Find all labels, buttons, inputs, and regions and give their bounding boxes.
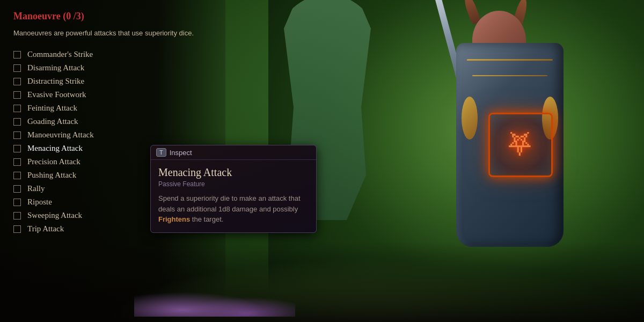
checkbox-sweeping-attack[interactable] bbox=[13, 212, 21, 219]
label-goading-attack: Goading Attack bbox=[27, 117, 78, 126]
armor-detail-1 bbox=[467, 59, 553, 61]
rune-symbol: ⛧ bbox=[507, 129, 534, 160]
checkbox-manoeuvring-attack[interactable] bbox=[13, 131, 21, 139]
label-menacing-attack: Menacing Attack bbox=[27, 144, 83, 153]
label-commanders-strike: Commander's Strike bbox=[27, 50, 93, 59]
list-item[interactable]: Goading Attack bbox=[13, 115, 215, 128]
label-trip-attack: Trip Attack bbox=[27, 224, 64, 233]
label-riposte: Riposte bbox=[27, 197, 52, 207]
checkbox-riposte[interactable] bbox=[13, 199, 21, 206]
tooltip-subtitle: Passive Feature bbox=[158, 180, 309, 188]
label-distracting-strike: Distracting Strike bbox=[27, 77, 84, 86]
checkbox-distracting-strike[interactable] bbox=[13, 78, 21, 85]
rune-container: ⛧ bbox=[488, 113, 553, 177]
tooltip-highlight: Frightens bbox=[158, 215, 190, 223]
checkbox-feinting-attack[interactable] bbox=[13, 105, 21, 112]
checkbox-commanders-strike[interactable] bbox=[13, 51, 21, 58]
inspect-label[interactable]: Inspect bbox=[170, 149, 192, 157]
label-pushing-attack: Pushing Attack bbox=[27, 171, 76, 180]
checkbox-goading-attack[interactable] bbox=[13, 118, 21, 126]
checkbox-rally[interactable] bbox=[13, 185, 21, 193]
tooltip-title: Menacing Attack bbox=[158, 166, 309, 179]
list-item[interactable]: Commander's Strike bbox=[13, 48, 215, 61]
tooltip-popup: T Inspect Menacing Attack Passive Featur… bbox=[150, 145, 317, 233]
tooltip-desc-after: the target. bbox=[190, 215, 223, 223]
checkbox-evasive-footwork[interactable] bbox=[13, 91, 21, 99]
checkbox-trip-attack[interactable] bbox=[13, 225, 21, 233]
inspect-key: T bbox=[156, 148, 166, 157]
label-disarming-attack: Disarming Attack bbox=[27, 63, 84, 72]
label-feinting-attack: Feinting Attack bbox=[27, 104, 77, 113]
list-item[interactable]: Evasive Footwork bbox=[13, 88, 215, 101]
tooltip-description: Spend a superiority die to make an attac… bbox=[158, 193, 309, 225]
label-rally: Rally bbox=[27, 184, 45, 193]
list-item[interactable]: Manoeuvring Attack bbox=[13, 128, 215, 142]
manoeuvre-description: Manoeuvres are powerful attacks that use… bbox=[13, 28, 215, 38]
checkbox-disarming-attack[interactable] bbox=[13, 64, 21, 72]
tooltip-desc-before: Spend a superiority die to make an attac… bbox=[158, 194, 301, 213]
label-sweeping-attack: Sweeping Attack bbox=[27, 211, 82, 220]
ability-glow-icon: ⛧ bbox=[488, 113, 553, 177]
label-precision-attack: Precision Attack bbox=[27, 157, 80, 166]
armor-detail-3 bbox=[462, 97, 478, 140]
checkbox-precision-attack[interactable] bbox=[13, 158, 21, 166]
checkbox-menacing-attack[interactable] bbox=[13, 145, 21, 152]
tooltip-inspect-bar: T Inspect bbox=[151, 145, 316, 160]
tooltip-body: Menacing Attack Passive Feature Spend a … bbox=[151, 160, 316, 232]
checkbox-pushing-attack[interactable] bbox=[13, 172, 21, 179]
label-manoeuvring-attack: Manoeuvring Attack bbox=[27, 130, 94, 140]
list-item[interactable]: Feinting Attack bbox=[13, 101, 215, 115]
list-item[interactable]: Distracting Strike bbox=[13, 75, 215, 88]
manoeuvre-heading: Manoeuvre (0 /3) bbox=[13, 11, 215, 22]
armor-detail-2 bbox=[472, 75, 547, 76]
list-item[interactable]: Disarming Attack bbox=[13, 61, 215, 75]
label-evasive-footwork: Evasive Footwork bbox=[27, 90, 86, 99]
